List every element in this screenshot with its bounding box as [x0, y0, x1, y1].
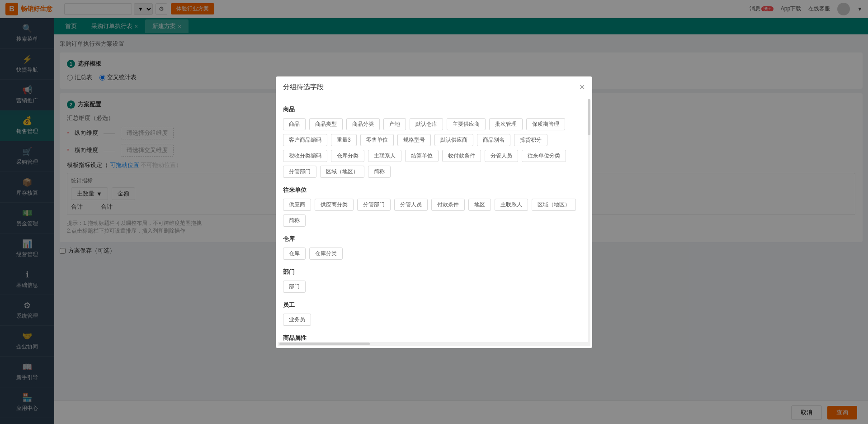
- field-tag[interactable]: 区域（地区）: [532, 199, 576, 211]
- field-tags: 商品商品类型商品分类产地默认仓库主要供应商批次管理保质期管理客户商品编码重量3零…: [283, 118, 585, 178]
- field-tag[interactable]: 主联系人: [368, 150, 401, 162]
- field-tag[interactable]: 部门: [283, 281, 306, 293]
- field-tag[interactable]: 默认仓库: [410, 118, 443, 130]
- field-tag[interactable]: 简称: [283, 214, 306, 227]
- field-tag[interactable]: 往来单位分类: [522, 150, 566, 162]
- field-section-title: 往来单位: [283, 186, 585, 194]
- field-tag[interactable]: 地区: [468, 199, 491, 211]
- field-tag[interactable]: 分管部门: [283, 166, 316, 178]
- horizontal-scrollbar: [278, 342, 590, 346]
- modal-header: 分组待选字段 ✕: [276, 76, 592, 98]
- field-tag[interactable]: 重量3: [331, 134, 357, 146]
- field-tag[interactable]: 客户商品编码: [283, 134, 327, 146]
- field-section-员工: 员工业务员: [283, 301, 585, 326]
- field-tag[interactable]: 规格型号: [397, 134, 431, 146]
- field-section-title: 商品: [283, 105, 585, 114]
- field-section-商品: 商品商品商品类型商品分类产地默认仓库主要供应商批次管理保质期管理客户商品编码重量…: [283, 105, 585, 178]
- field-section-部门: 部门部门: [283, 268, 585, 293]
- field-tag[interactable]: 批次管理: [489, 118, 523, 130]
- field-tag[interactable]: 业务员: [283, 314, 311, 326]
- field-tag[interactable]: 仓库分类: [309, 248, 343, 260]
- field-tag[interactable]: 主联系人: [495, 199, 528, 211]
- scrollbar-track: [588, 99, 590, 343]
- field-section-title: 部门: [283, 268, 585, 276]
- field-section-仓库: 仓库仓库仓库分类: [283, 235, 585, 260]
- field-tag[interactable]: 默认供应商: [434, 134, 473, 146]
- field-tags: 部门: [283, 281, 585, 293]
- field-tag[interactable]: 主要供应商: [447, 118, 486, 130]
- field-tag[interactable]: 仓库: [283, 248, 306, 260]
- field-tag[interactable]: 分管人员: [485, 150, 518, 162]
- field-tag[interactable]: 供应商: [283, 199, 311, 211]
- field-section-商品属性: 商品属性属性颜色多规格尺码鞋码1: [283, 334, 585, 343]
- field-tag[interactable]: 区域（地区）: [320, 166, 364, 178]
- field-section-title: 仓库: [283, 235, 585, 243]
- field-tag[interactable]: 付款条件: [431, 199, 465, 211]
- field-tags: 仓库仓库分类: [283, 248, 585, 260]
- field-tag[interactable]: 仓库分类: [331, 150, 364, 162]
- modal-title: 分组待选字段: [283, 83, 324, 91]
- field-tag[interactable]: 保质期管理: [526, 118, 565, 130]
- field-tag[interactable]: 拣货积分: [514, 134, 547, 146]
- field-tag[interactable]: 税收分类编码: [283, 150, 327, 162]
- field-tag[interactable]: 商品: [283, 118, 306, 130]
- field-section-title: 员工: [283, 301, 585, 309]
- field-section-往来单位: 往来单位供应商供应商分类分管部门分管人员付款条件地区主联系人区域（地区）简称: [283, 186, 585, 227]
- field-tag[interactable]: 结算单位: [405, 150, 439, 162]
- field-tag[interactable]: 简称: [368, 166, 391, 178]
- field-tag[interactable]: 零售单位: [360, 134, 394, 146]
- field-tag[interactable]: 商品类型: [309, 118, 343, 130]
- field-tag[interactable]: 商品别名: [477, 134, 510, 146]
- field-tag[interactable]: 商品分类: [346, 118, 380, 130]
- modal-dialog: 分组待选字段 ✕ 商品商品商品类型商品分类产地默认仓库主要供应商批次管理保质期管…: [276, 76, 592, 348]
- modal-body: 商品商品商品类型商品分类产地默认仓库主要供应商批次管理保质期管理客户商品编码重量…: [276, 98, 592, 343]
- field-tag[interactable]: 产地: [383, 118, 406, 130]
- scrollbar-thumb[interactable]: [588, 99, 590, 135]
- field-section-title: 商品属性: [283, 334, 585, 342]
- field-tags: 业务员: [283, 314, 585, 326]
- field-tag[interactable]: 供应商分类: [315, 199, 354, 211]
- field-tags: 供应商供应商分类分管部门分管人员付款条件地区主联系人区域（地区）简称: [283, 199, 585, 227]
- field-tag[interactable]: 分管部门: [357, 199, 391, 211]
- field-tag[interactable]: 收付款条件: [442, 150, 481, 162]
- modal-overlay[interactable]: 分组待选字段 ✕ 商品商品商品类型商品分类产地默认仓库主要供应商批次管理保质期管…: [0, 0, 868, 424]
- horizontal-thumb[interactable]: [279, 343, 370, 345]
- modal-close-button[interactable]: ✕: [579, 83, 585, 91]
- field-tag[interactable]: 分管人员: [394, 199, 428, 211]
